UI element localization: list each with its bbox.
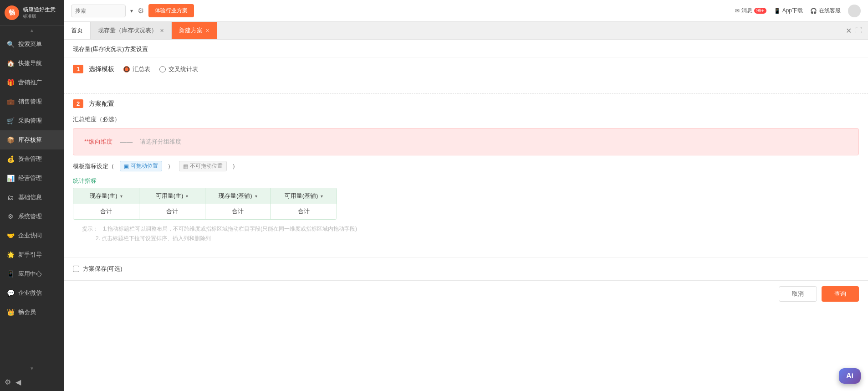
message-badge: 99+	[754, 8, 766, 14]
sidebar-item-contract[interactable]: 🤝 企业协同	[0, 226, 64, 245]
settings-icon[interactable]: ⚙	[5, 378, 11, 386]
sidebar-item-search-menu[interactable]: 🔍 搜索菜单	[0, 35, 64, 54]
radio-summary-input[interactable]	[123, 66, 130, 72]
tab-inventory-close-icon[interactable]: ✕	[160, 28, 164, 34]
sidebar-item-guide[interactable]: 🌟 新手引导	[0, 245, 64, 264]
app-download-button[interactable]: 📱 App下载	[774, 7, 803, 15]
tab-home[interactable]: 首页	[64, 22, 91, 39]
sidebar-item-member[interactable]: 👑 畅会员	[0, 303, 64, 322]
stats-col-0[interactable]: 现存量(主) ▾	[73, 188, 139, 204]
sidebar-footer: ⚙ ◀	[0, 373, 64, 391]
purchase-icon: 🛒	[6, 117, 15, 125]
quick-nav-icon: 🏠	[6, 59, 15, 67]
sidebar-item-finance[interactable]: 💰 资金管理	[0, 149, 64, 169]
stats-title: 统计指标	[73, 177, 859, 185]
query-button[interactable]: 查询	[822, 286, 859, 302]
sidebar-item-sales[interactable]: 💼 销售管理	[0, 92, 64, 111]
sidebar-item-wechat[interactable]: 💬 企业微信	[0, 283, 64, 303]
fixed-icon: ▦	[183, 163, 188, 170]
main-area: ▾ ⚙ 体验行业方案 ✉ 消息 99+ 📱 App下载 🎧 在线客服 首页	[64, 0, 868, 391]
sidebar-item-purchase[interactable]: 🛒 采购管理	[0, 111, 64, 130]
finance-icon: 💰	[6, 155, 15, 163]
guide-icon: 🌟	[6, 251, 15, 259]
stats-cell-3: 合计	[271, 204, 337, 219]
sidebar-item-app-center[interactable]: 📱 应用中心	[0, 264, 64, 283]
operations-icon: 📊	[6, 174, 15, 182]
tab-new-plan-close-icon[interactable]: ✕	[205, 28, 209, 34]
dimension-area[interactable]: **纵向维度 —— 请选择分组维度	[73, 128, 859, 155]
sidebar-item-operations[interactable]: 📊 经营管理	[0, 169, 64, 188]
footer-actions: 取消 查询	[64, 280, 868, 307]
indicator-fixed-badge: ▦ 不可拖动位置	[179, 161, 227, 171]
stats-cell-0: 合计	[73, 204, 139, 219]
contract-icon: 🤝	[6, 232, 15, 240]
indicator-draggable-badge: ▣ 可拖动位置	[120, 161, 162, 171]
collapse-icon[interactable]: ◀	[15, 378, 21, 386]
ai-float-button[interactable]: Ai	[839, 368, 861, 384]
sidebar-item-system[interactable]: ⚙ 系统管理	[0, 207, 64, 226]
tab-close-all-button[interactable]: ✕	[846, 26, 852, 35]
stats-col-2[interactable]: 现存量(基辅) ▾	[205, 188, 271, 204]
wechat-icon: 💬	[6, 289, 15, 297]
col2-chevron-icon: ▾	[255, 194, 257, 199]
col3-chevron-icon: ▾	[321, 194, 323, 199]
stats-table-body: 合计 合计 合计 合计	[73, 204, 337, 219]
stats-table-header: 现存量(主) ▾ 可用量(主) ▾ 现存量(基辅) ▾ 可用量(基辅) ▾	[73, 188, 337, 204]
stats-col-1[interactable]: 可用量(主) ▾	[139, 188, 205, 204]
logo-text: 畅康通好生意 标准版	[23, 6, 56, 20]
step1-section: 1 选择模板 汇总表 交叉统计表	[64, 57, 868, 88]
user-avatar[interactable]	[848, 5, 861, 17]
sidebar-scroll-down[interactable]: ▼	[0, 364, 64, 373]
dropdown-chevron-icon[interactable]: ▾	[130, 8, 133, 14]
sidebar-nav: 🔍 搜索菜单 🏠 快捷导航 🎁 营销推广 💼 销售管理 🛒 采购管理 📦 库存核…	[0, 35, 64, 364]
stats-cell-1: 合计	[139, 204, 205, 219]
tab-inventory-status[interactable]: 现存量（库存状况表） ✕	[91, 22, 172, 39]
step-divider	[64, 93, 868, 94]
system-icon: ⚙	[6, 212, 15, 221]
radio-summary[interactable]: 汇总表	[123, 65, 150, 73]
tab-expand-button[interactable]: ⛶	[855, 26, 863, 35]
sidebar-item-quick-nav[interactable]: 🏠 快捷导航	[0, 54, 64, 73]
dimension-required-label: **纵向维度	[84, 138, 112, 146]
sidebar-item-inventory[interactable]: 📦 库存核算	[0, 130, 64, 149]
dimension-arrow: ——	[120, 138, 133, 145]
message-button[interactable]: ✉ 消息 99+	[735, 7, 766, 15]
step2-row: 2 方案配置	[73, 99, 859, 108]
app-logo: 畅 畅康通好生意 标准版	[0, 0, 64, 26]
sidebar-item-base[interactable]: 🗂 基础信息	[0, 188, 64, 207]
topbar: ▾ ⚙ 体验行业方案 ✉ 消息 99+ 📱 App下载 🎧 在线客服	[64, 0, 868, 22]
sidebar-item-marketing[interactable]: 🎁 营销推广	[0, 73, 64, 92]
step2-section: 2 方案配置 汇总维度（必选） **纵向维度 —— 请选择分组维度 模板指标设定…	[64, 99, 868, 257]
topbar-right: ✉ 消息 99+ 📱 App下载 🎧 在线客服	[735, 5, 861, 17]
step2-badge: 2	[73, 99, 83, 108]
tip2: 2. 点击标题栏下拉可设置排序、插入列和删除列	[82, 235, 850, 242]
inventory-icon: 📦	[6, 136, 15, 144]
radio-cross[interactable]: 交叉统计表	[159, 65, 198, 73]
cancel-button[interactable]: 取消	[779, 286, 817, 302]
stats-table: 现存量(主) ▾ 可用量(主) ▾ 现存量(基辅) ▾ 可用量(基辅) ▾	[73, 188, 337, 220]
stats-col-3[interactable]: 可用量(基辅) ▾	[271, 188, 337, 204]
headset-icon: 🎧	[810, 8, 817, 14]
dimension-placeholder: 请选择分组维度	[140, 138, 181, 146]
save-option-label[interactable]: 方案保存(可选)	[73, 265, 859, 273]
trial-button[interactable]: 体验行业方案	[148, 4, 194, 17]
message-icon: ✉	[735, 8, 740, 14]
sidebar-scroll-up[interactable]: ▲	[0, 26, 64, 35]
online-service-button[interactable]: 🎧 在线客服	[810, 7, 841, 15]
stats-cell-2: 合计	[205, 204, 271, 219]
save-option-section: 方案保存(可选)	[64, 257, 868, 280]
template-radio-group: 汇总表 交叉统计表	[123, 65, 198, 73]
content-area: 现存量(库存状况表)方案设置 1 选择模板 汇总表 交叉统计表	[64, 40, 868, 391]
tip1: 提示： 1.拖动标题栏可以调整布局，不可跨维度或指标区域拖动栏目字段(只能在同一…	[82, 225, 850, 233]
save-checkbox[interactable]	[73, 266, 79, 272]
search-input[interactable]	[71, 5, 126, 17]
member-icon: 👑	[6, 308, 15, 316]
step1-title: 选择模板	[89, 65, 114, 73]
base-icon: 🗂	[6, 193, 15, 201]
gear-icon[interactable]: ⚙	[138, 6, 144, 15]
page-title: 现存量(库存状况表)方案设置	[64, 40, 868, 57]
search-menu-icon: 🔍	[6, 40, 15, 48]
tab-new-plan[interactable]: 新建方案 ✕	[172, 22, 217, 39]
radio-cross-input[interactable]	[159, 66, 166, 72]
topbar-left: ▾ ⚙ 体验行业方案	[71, 4, 194, 17]
